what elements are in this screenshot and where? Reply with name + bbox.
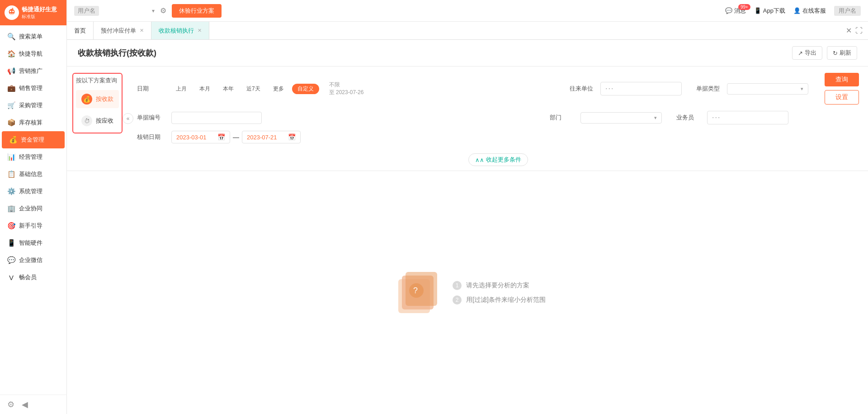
collapse-filter-sidebar-icon[interactable]: « — [123, 113, 133, 124]
topbar-gear-icon[interactable]: ⚙ — [160, 6, 166, 15]
service-icon: 👤 — [793, 7, 801, 14]
tab-maximize-icon[interactable]: ⛶ — [855, 27, 863, 35]
tab-home[interactable]: 首页 — [67, 22, 94, 39]
app-version: 标准版 — [22, 14, 57, 19]
filter-sidebar: 按以下方案查询 💰 按收款 ⏱ 按应收 « — [67, 67, 128, 171]
tab-close-all-icon[interactable]: ✕ — [846, 26, 852, 35]
sidebar-item-nav[interactable]: 🏠 快捷导航 — [0, 45, 66, 62]
staff-label: 业务员 — [676, 114, 703, 122]
topbar-chevron-icon[interactable]: ▾ — [152, 8, 155, 14]
page-header: 收款核销执行(按收款) ↗ 导出 ↻ 刷新 — [67, 40, 868, 67]
sidebar-item-sales[interactable]: 💼 销售管理 — [0, 80, 66, 97]
date-btn-7days[interactable]: 近7天 — [242, 84, 265, 94]
verify-date-end-input[interactable]: 2023-07-21 📅 — [242, 131, 301, 143]
tab-prepay-close-icon[interactable]: ✕ — [140, 28, 144, 33]
staff-select[interactable]: ··· — [707, 111, 788, 124]
topbar-app-download[interactable]: 📱 App下载 — [754, 7, 785, 15]
doc-type-arrow-icon: ▾ — [801, 86, 803, 92]
finance-icon: 💰 — [9, 136, 17, 144]
doc-type-select[interactable]: ▾ — [727, 83, 808, 95]
svg-point-2 — [12, 10, 14, 12]
tabbar: 首页 预付冲应付单 ✕ 收款核销执行 ✕ ✕ ⛶ — [67, 22, 868, 40]
solution-button[interactable]: 休验行业方案 — [172, 4, 222, 18]
settings-bottom-icon[interactable]: ⚙ — [7, 400, 14, 409]
hardware-icon: 📱 — [7, 239, 15, 247]
query-button[interactable]: 查询 — [825, 73, 859, 86]
empty-state: ? 1 请先选择要分析的方案 2 用[过滤]条件来缩小分析范围 — [67, 171, 868, 414]
sidebar-item-guide[interactable]: 🎯 新手引导 — [0, 217, 66, 234]
verify-date-start-input[interactable]: 2023-03-01 📅 — [171, 131, 230, 143]
end-calendar-icon[interactable]: 📅 — [288, 133, 296, 141]
setting-button[interactable]: 设置 — [825, 90, 859, 105]
sales-icon: 💼 — [7, 84, 15, 92]
topbar-right: 💬 消息 99+ 📱 App下载 👤 在线客服 用户名 — [725, 6, 861, 16]
sidebar: 畅捷通好生意 标准版 🔍 搜索菜单 🏠 快捷导航 📢 营销推广 💼 销售管理 🛒… — [0, 0, 67, 414]
filter-area: 按以下方案查询 💰 按收款 ⏱ 按应收 « — [67, 67, 868, 171]
sidebar-item-system[interactable]: ⚙️ 系统管理 — [0, 183, 66, 200]
filter-sidebar-wrapper: 按以下方案查询 💰 按收款 ⏱ 按应收 — [72, 73, 123, 133]
guide-icon: 🎯 — [7, 222, 15, 230]
partner-select[interactable]: ··· — [600, 82, 682, 95]
marketing-icon: 📢 — [7, 67, 15, 75]
sidebar-item-basics[interactable]: 📋 基础信息 — [0, 166, 66, 183]
svg-text:?: ? — [413, 286, 418, 295]
staff-dots: ··· — [712, 114, 721, 122]
date-btn-last-month[interactable]: 上月 — [171, 84, 191, 94]
member-icon: V — [7, 273, 15, 281]
sidebar-item-operations[interactable]: 📊 经营管理 — [0, 148, 66, 166]
collapse-sidebar-icon[interactable]: ◀ — [22, 400, 28, 409]
system-icon: ⚙️ — [7, 187, 15, 195]
filter-item-by-receivable[interactable]: ⏱ 按应收 — [76, 112, 119, 130]
date-btn-this-month[interactable]: 本月 — [195, 84, 215, 94]
export-icon: ↗ — [798, 50, 803, 57]
sidebar-item-member[interactable]: V 畅会员 — [0, 269, 66, 286]
sidebar-item-finance[interactable]: 💰 资金管理 — [2, 131, 65, 148]
topbar-msg[interactable]: 💬 消息 99+ — [725, 7, 746, 15]
basics-icon: 📋 — [7, 170, 15, 178]
search-icon: 🔍 — [7, 33, 15, 41]
sidebar-item-corp[interactable]: 🏢 企业协同 — [0, 200, 66, 217]
sidebar-item-purchase[interactable]: 🛒 采购管理 — [0, 97, 66, 114]
sidebar-item-hardware[interactable]: 📱 智能硬件 — [0, 234, 66, 252]
collapse-icon: ∧∧ — [475, 157, 484, 163]
partner-label: 往来单位 — [570, 85, 597, 93]
sidebar-bottom: ⚙ ◀ — [0, 395, 66, 414]
date-options-group: 上月 本月 本年 近7天 更多 自定义 — [171, 84, 319, 94]
tab-receipt[interactable]: 收款核销执行 ✕ — [151, 22, 209, 39]
corp-icon: 🏢 — [7, 205, 15, 213]
empty-hint-2: 2 用[过滤]条件来缩小分析范围 — [453, 295, 546, 305]
filter-main: 日期 上月 本月 本年 近7天 更多 自定义 不限 至 2023-07-26 — [128, 67, 868, 171]
topbar-service[interactable]: 👤 在线客服 — [793, 7, 826, 15]
tab-prepay[interactable]: 预付冲应付单 ✕ — [94, 22, 151, 39]
topbar: 用户名 ▾ ⚙ 休验行业方案 💬 消息 99+ 📱 App下载 👤 在线客服 用… — [67, 0, 868, 22]
page-title: 收款核销执行(按收款) — [78, 48, 156, 58]
export-button[interactable]: ↗ 导出 — [792, 46, 822, 60]
filter-item-by-receipt[interactable]: 💰 按收款 — [76, 90, 119, 108]
sidebar-item-marketing[interactable]: 📢 营销推广 — [0, 62, 66, 80]
receivable-icon: ⏱ — [81, 115, 92, 126]
collapse-more-btn[interactable]: ∧∧ 收起更多条件 — [468, 153, 528, 166]
sidebar-item-wechat[interactable]: 💬 企业微信 — [0, 252, 66, 269]
topbar-brand-text: 用户名 — [74, 6, 99, 16]
sidebar-item-search[interactable]: 🔍 搜索菜单 — [0, 28, 66, 45]
refresh-icon: ↻ — [833, 50, 838, 57]
refresh-button[interactable]: ↻ 刷新 — [827, 46, 857, 60]
date-btn-more[interactable]: 更多 — [269, 84, 288, 94]
app-logo: 畅捷通好生意 标准版 — [0, 0, 66, 25]
empty-hint-1: 1 请先选择要分析的方案 — [453, 281, 546, 290]
doc-no-input[interactable] — [171, 112, 262, 124]
empty-illustration: ? — [389, 266, 443, 320]
date-to-text: 至 2023-07-26 — [329, 89, 364, 96]
start-calendar-icon[interactable]: 📅 — [217, 133, 225, 141]
tab-receipt-close-icon[interactable]: ✕ — [198, 28, 202, 33]
date-btn-custom[interactable]: 自定义 — [292, 84, 319, 94]
filter-body: 按以下方案查询 💰 按收款 ⏱ 按应收 « — [67, 67, 868, 171]
topbar-user: 用户名 — [834, 6, 861, 16]
wechat-icon: 💬 — [7, 256, 15, 264]
dept-select[interactable]: ▾ — [580, 112, 662, 124]
sidebar-item-inventory[interactable]: 📦 库存核算 — [0, 114, 66, 131]
filter-row-1: 日期 上月 本月 本年 近7天 更多 自定义 不限 至 2023-07-26 — [137, 73, 859, 105]
app-name: 畅捷通好生意 — [22, 6, 57, 14]
page-actions: ↗ 导出 ↻ 刷新 — [792, 46, 857, 60]
date-btn-this-year[interactable]: 本年 — [218, 84, 238, 94]
